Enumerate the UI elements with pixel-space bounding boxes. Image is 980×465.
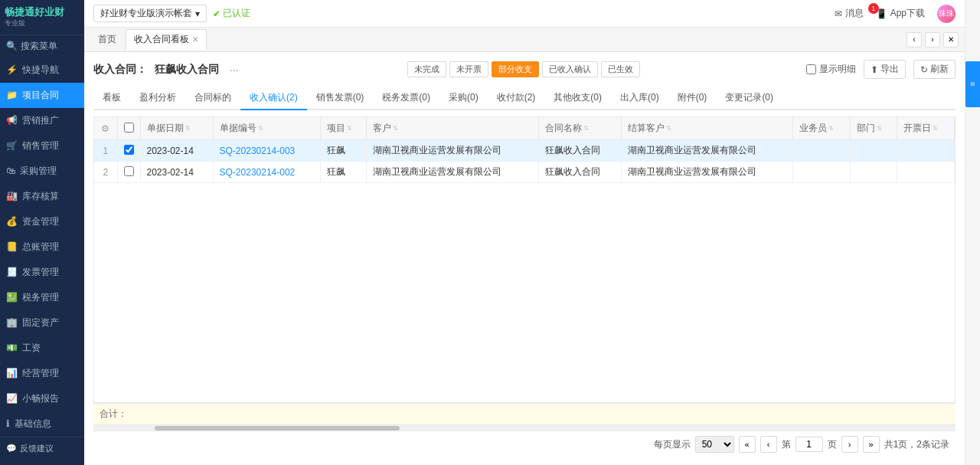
- sub-tab-tax-invoice[interactable]: 税务发票(0): [373, 87, 439, 110]
- settle-customer-sort-icon[interactable]: ⇅: [666, 125, 671, 132]
- display-detail-checkbox[interactable]: [806, 64, 816, 74]
- sidebar-item-report[interactable]: 📈 小畅报告: [0, 386, 84, 411]
- company-selector[interactable]: 好业财专业版演示帐套 ▾: [93, 5, 207, 22]
- sub-tab-attachment[interactable]: 附件(0): [668, 87, 717, 110]
- tab-close-button[interactable]: ✕: [192, 35, 198, 44]
- row-select-2[interactable]: [124, 166, 134, 176]
- sub-tab-other-income[interactable]: 其他收支(0): [544, 87, 611, 110]
- tab-home[interactable]: 首页: [90, 30, 124, 49]
- tab-close-all-button[interactable]: ✕: [943, 32, 959, 47]
- tab-navigation: ‹ › ✕: [906, 32, 959, 47]
- col-department: 部门 ⇅: [851, 117, 897, 140]
- manage-icon: 📊: [6, 368, 18, 378]
- sidebar-item-feedback[interactable]: 💬 反馈建议: [0, 437, 84, 460]
- next-page-button[interactable]: ›: [841, 436, 858, 453]
- export-button[interactable]: ⬆ 导出: [864, 60, 906, 79]
- sidebar-item-quick-nav[interactable]: ⚡ 快捷导航: [0, 57, 84, 83]
- status-incomplete[interactable]: 未完成: [407, 61, 446, 77]
- sidebar-item-unpin[interactable]: 📌 取消固定: [0, 460, 84, 465]
- sidebar-search[interactable]: 🔍 搜索菜单: [0, 35, 84, 57]
- settings-icon[interactable]: ⚙: [101, 123, 109, 134]
- first-page-button[interactable]: «: [739, 436, 756, 453]
- horizontal-scrollbar[interactable]: [93, 424, 956, 431]
- display-detail-option[interactable]: 显示明细: [806, 63, 856, 76]
- status-partial-payment[interactable]: 部分收支: [492, 61, 539, 77]
- sub-tab-profit[interactable]: 盈利分析: [130, 87, 185, 110]
- status-no-invoice[interactable]: 未开票: [449, 61, 488, 77]
- sub-tab-payment[interactable]: 收付款(2): [488, 87, 545, 110]
- message-button[interactable]: ✉ 1 消息: [835, 7, 864, 20]
- sidebar-item-inventory[interactable]: 🏭 库存核算: [0, 184, 84, 209]
- sidebar-item-salary[interactable]: 💵 工资: [0, 336, 84, 361]
- sub-tab-purchase[interactable]: 采购(0): [439, 87, 488, 110]
- content-area: 收入合同： 狂飙收入合同 ··· 未完成 未开票 部分收支 已收入确认 已生效 …: [84, 52, 965, 465]
- refresh-label: 刷新: [930, 63, 949, 76]
- more-options-button[interactable]: ···: [227, 64, 242, 76]
- ledger-icon: 📒: [6, 241, 18, 252]
- status-effective[interactable]: 已生效: [601, 61, 640, 77]
- app-download-label: App下载: [890, 7, 925, 20]
- sidebar-item-sales[interactable]: 🛒 销售管理: [0, 133, 84, 159]
- user-profile[interactable]: 珠珠: [937, 5, 956, 23]
- sidebar-item-invoice[interactable]: 🧾 发票管理: [0, 260, 84, 285]
- sidebar-item-asset[interactable]: 🏢 固定资产: [0, 310, 84, 336]
- row-project-1: 狂飙: [320, 140, 367, 162]
- sub-tab-contract-item[interactable]: 合同标的: [185, 87, 240, 110]
- sidebar-item-purchase[interactable]: 🛍 采购管理: [0, 159, 84, 184]
- page-number-input[interactable]: [795, 437, 823, 452]
- refresh-button[interactable]: ↻ 刷新: [913, 60, 956, 79]
- checkbox-column-header: [117, 117, 140, 140]
- last-page-button[interactable]: »: [863, 436, 880, 453]
- row-code-link-2[interactable]: SQ-20230214-002: [220, 167, 296, 178]
- tab-income-contract[interactable]: 收入合同看板 ✕: [126, 29, 207, 50]
- sidebar-item-marketing[interactable]: 📢 营销推广: [0, 108, 84, 133]
- tab-next-button[interactable]: ›: [925, 32, 940, 47]
- project-sort-icon[interactable]: ⇅: [347, 125, 352, 132]
- code-sort-icon[interactable]: ⇅: [258, 125, 263, 132]
- invoice-date-sort-icon[interactable]: ⇅: [933, 125, 938, 132]
- sub-tab-sales-invoice[interactable]: 销售发票(0): [307, 87, 374, 110]
- message-label: 消息: [845, 7, 864, 20]
- sidebar-item-project-contract[interactable]: 📁 项目合同: [0, 83, 84, 108]
- row-select-1[interactable]: [124, 145, 134, 155]
- table-row[interactable]: 2 2023-02-14 SQ-20230214-002 狂飙 湖南卫视商业运营…: [94, 162, 955, 183]
- sub-tab-change-log[interactable]: 变更记录(0): [716, 87, 782, 110]
- info-icon: ℹ: [6, 418, 10, 429]
- sidebar-item-base-info[interactable]: ℹ 基础信息: [0, 411, 84, 437]
- contract-name-sort-icon[interactable]: ⇅: [583, 125, 589, 132]
- row-date-1: 2023-02-14: [140, 140, 213, 162]
- col-settle-customer: 结算客户 ⇅: [621, 117, 792, 140]
- row-department-1: [851, 140, 897, 162]
- prev-page-button[interactable]: ‹: [760, 436, 777, 453]
- right-panel-icon[interactable]: ≡: [965, 61, 981, 107]
- scrollbar-thumb[interactable]: [155, 426, 400, 431]
- main-area: 好业财专业版演示帐套 ▾ ✔ 已认证 ✉ 1 消息 📱 App下载: [84, 0, 965, 465]
- app-logo-text: 畅捷通好业财: [5, 6, 80, 18]
- panel-toggle-icon: ≡: [969, 82, 977, 87]
- sidebar-item-finance[interactable]: 💰 资金管理: [0, 209, 84, 234]
- avatar: 珠珠: [937, 5, 956, 23]
- tab-prev-button[interactable]: ‹: [906, 32, 922, 47]
- app-download-button[interactable]: 📱 App下载: [876, 7, 925, 20]
- refresh-icon: ↻: [920, 64, 928, 75]
- table-footer: 合计：: [93, 403, 956, 424]
- row-invoice-date-1: [897, 140, 954, 162]
- sub-tab-income-confirm[interactable]: 收入确认(2): [240, 87, 307, 110]
- select-all-checkbox[interactable]: [124, 123, 134, 133]
- row-code-link-1[interactable]: SQ-20230214-003: [220, 146, 296, 156]
- per-page-select[interactable]: 50 20 100: [695, 436, 734, 453]
- dept-sort-icon[interactable]: ⇅: [877, 125, 882, 132]
- sidebar-item-ledger[interactable]: 📒 总账管理: [0, 234, 84, 260]
- table-row[interactable]: 1 2023-02-14 SQ-20230214-003 狂飙 湖南卫视商业运营…: [94, 140, 955, 162]
- salesperson-sort-icon[interactable]: ⇅: [828, 125, 834, 132]
- status-confirmed[interactable]: 已收入确认: [542, 61, 598, 77]
- col-date: 单据日期 ⇅: [140, 117, 213, 140]
- sidebar-item-tax[interactable]: 💹 税务管理: [0, 285, 84, 310]
- date-sort-icon[interactable]: ⇅: [185, 125, 191, 132]
- sidebar-item-manage[interactable]: 📊 经营管理: [0, 361, 84, 386]
- customer-sort-icon[interactable]: ⇅: [393, 125, 398, 132]
- page-label: 第: [782, 438, 791, 451]
- sub-tab-kanban[interactable]: 看板: [93, 87, 130, 110]
- sub-tab-inout-warehouse[interactable]: 出入库(0): [611, 87, 668, 110]
- row-salesperson-1: [792, 140, 850, 162]
